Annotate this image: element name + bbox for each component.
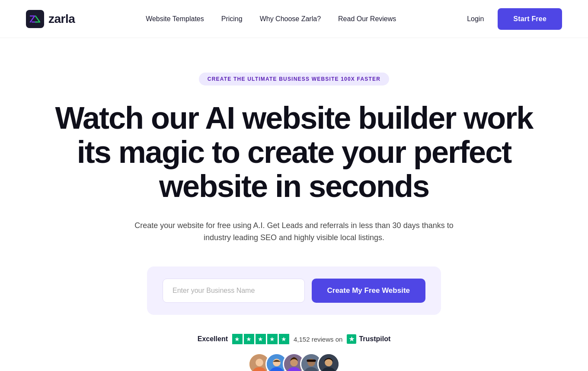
trustpilot-section: Excellent ★ ★ ★ ★ ★ 4,152 reviews on ★ T…: [198, 334, 391, 371]
nav-website-templates[interactable]: Website Templates: [146, 15, 204, 23]
trustpilot-reviews: 4,152 reviews on: [294, 336, 342, 343]
cta-box: Create My Free Website: [147, 266, 441, 315]
star-1: ★: [232, 334, 243, 344]
nav-pricing[interactable]: Pricing: [221, 15, 243, 23]
nav-right: Login Start Free: [467, 8, 562, 30]
logo-text: zarla: [48, 12, 75, 26]
hero-headline: Watch our AI website builder work its ma…: [43, 101, 545, 204]
hero-badge: CREATE THE ULTIMATE BUSINESS WEBSITE 100…: [199, 73, 389, 86]
trustpilot-row: Excellent ★ ★ ★ ★ ★ 4,152 reviews on ★ T…: [198, 334, 391, 344]
nav-read-reviews[interactable]: Read Our Reviews: [338, 15, 396, 23]
start-free-button[interactable]: Start Free: [498, 8, 562, 30]
trustpilot-name: Trustpilot: [359, 335, 390, 343]
star-3: ★: [256, 334, 266, 344]
svg-rect-13: [307, 360, 316, 362]
business-name-input[interactable]: [163, 279, 305, 303]
star-5: ★: [279, 334, 289, 344]
avatars-row: [248, 353, 340, 371]
main-nav: zarla Website Templates Pricing Why Choo…: [0, 0, 588, 38]
logo-link[interactable]: zarla: [26, 10, 75, 28]
hero-section: CREATE THE ULTIMATE BUSINESS WEBSITE 100…: [0, 38, 588, 371]
avatar-5: [317, 353, 340, 371]
svg-rect-0: [26, 10, 44, 28]
star-2: ★: [244, 334, 254, 344]
hero-subtext: Create your website for free using A.I. …: [125, 219, 463, 244]
login-link[interactable]: Login: [467, 15, 484, 23]
svg-point-2: [256, 359, 263, 367]
trustpilot-icon: ★: [347, 334, 356, 344]
trustpilot-excellent: Excellent: [198, 335, 228, 343]
svg-point-5: [273, 359, 281, 367]
star-4: ★: [267, 334, 278, 344]
create-website-button[interactable]: Create My Free Website: [312, 279, 425, 303]
nav-why-choose[interactable]: Why Choose Zarla?: [260, 15, 321, 23]
zarla-logo-icon: [26, 10, 44, 28]
nav-links: Website Templates Pricing Why Choose Zar…: [146, 15, 396, 23]
trustpilot-logo: ★ Trustpilot: [347, 334, 390, 344]
trustpilot-stars: ★ ★ ★ ★ ★: [232, 334, 289, 344]
